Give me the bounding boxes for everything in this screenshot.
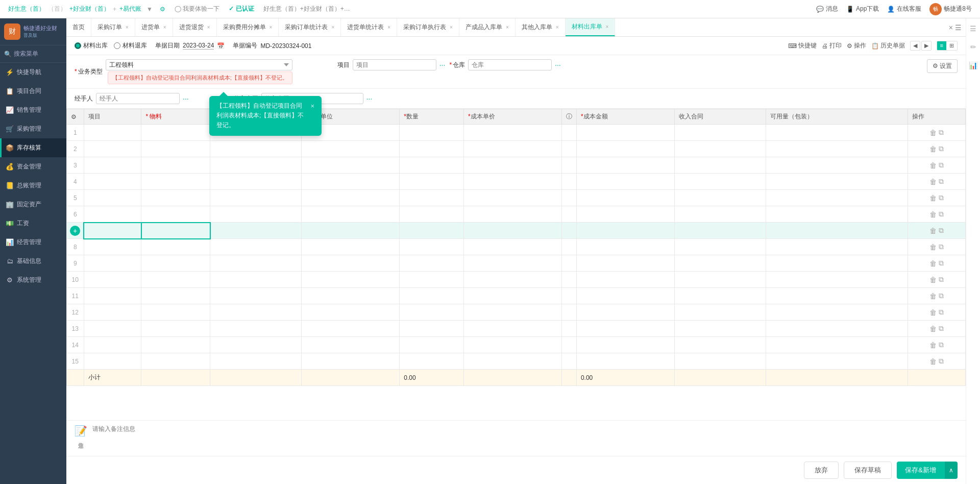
cell-qty-1[interactable] <box>400 125 464 141</box>
msg-btn[interactable]: 💬 消息 <box>816 5 838 13</box>
delete-icon-9[interactable]: 🗑 <box>929 259 937 268</box>
view-grid-btn[interactable]: ⊞ <box>946 41 957 50</box>
top-app-yidaizhang[interactable]: +易代账 <box>119 5 141 13</box>
copy-icon-5[interactable]: ⧉ <box>939 193 944 202</box>
delete-icon-14[interactable]: 🗑 <box>929 341 937 349</box>
delete-icon-15[interactable]: 🗑 <box>929 357 937 366</box>
delete-icon-6[interactable]: 🗑 <box>929 210 937 219</box>
copy-icon-1[interactable]: ⧉ <box>939 128 944 137</box>
sidebar-search-btn[interactable]: 🔍 搜索菜单 <box>0 45 66 63</box>
tab-product-in[interactable]: 产成品入库单× <box>459 18 516 36</box>
save-draft-btn[interactable]: 保存草稿 <box>844 462 892 479</box>
top-app-haoshengyi[interactable]: 好生意（首） <box>8 5 45 13</box>
prev-btn[interactable]: ◀ <box>910 41 920 51</box>
tab-menu-btn[interactable]: ☰ <box>955 23 962 32</box>
delete-icon-2[interactable]: 🗑 <box>929 145 937 153</box>
tab-in-stat-close[interactable]: × <box>387 25 390 30</box>
more-apps[interactable]: 好生意（首）+好业财（首）+… <box>263 5 350 13</box>
copy-icon-2[interactable]: ⧉ <box>939 144 944 153</box>
biz-type-select[interactable]: 工程领料 <box>106 59 292 70</box>
sidebar-item-assets[interactable]: 🏢 固定资产 <box>0 195 66 214</box>
tab-purchase-order[interactable]: 采购订单× <box>91 18 135 36</box>
sidebar-item-purchase[interactable]: 🛒 采购管理 <box>0 119 66 138</box>
sidebar-item-inventory[interactable]: 📦 库存核算 <box>0 138 66 157</box>
warehouse-input[interactable] <box>468 59 552 70</box>
tab-purchase-stat[interactable]: 采购订单统计表× <box>279 18 341 36</box>
tab-order-exec-close[interactable]: × <box>450 25 453 30</box>
app-dl-btn[interactable]: 📱 App下载 <box>846 5 879 13</box>
tab-home[interactable]: 首页 <box>66 18 91 36</box>
radio-out[interactable]: 材料出库 <box>75 41 108 50</box>
tab-purchase-return[interactable]: 进货退货× <box>173 18 217 36</box>
sidebar-item-salary[interactable]: 💵 工资 <box>0 214 66 233</box>
rs-icon-2[interactable]: ✏ <box>968 41 978 53</box>
delete-icon-8[interactable]: 🗑 <box>929 243 937 251</box>
project-input[interactable] <box>353 59 436 70</box>
project-dots[interactable]: ··· <box>439 61 446 69</box>
delete-icon-7[interactable]: 🗑 <box>929 227 937 235</box>
sidebar-item-quick-nav[interactable]: ⚡ 快捷导航 <box>0 63 66 82</box>
delete-icon-12[interactable]: 🗑 <box>929 308 937 317</box>
quick-key-btn[interactable]: ⌨ 快捷键 <box>788 41 817 50</box>
print-btn[interactable]: 🖨 打印 <box>822 41 842 50</box>
settings-btn[interactable]: ⚙ 设置 <box>927 59 958 73</box>
delete-icon-11[interactable]: 🗑 <box>929 292 937 300</box>
add-row-btn[interactable]: + <box>70 226 80 236</box>
copy-icon-6[interactable]: ⧉ <box>939 210 944 219</box>
save-new-arrow-btn[interactable]: ∧ <box>944 462 958 479</box>
tab-purchase-fee[interactable]: 采购费用分摊单× <box>217 18 279 36</box>
copy-icon-3[interactable]: ⧉ <box>939 161 944 170</box>
sidebar-item-accounting[interactable]: 📒 总账管理 <box>0 176 66 195</box>
cell-project-1[interactable] <box>84 125 141 141</box>
tab-purchase-order-close[interactable]: × <box>126 25 129 30</box>
rs-icon-1[interactable]: ☰ <box>968 22 978 35</box>
tab-other-in-close[interactable]: × <box>556 25 559 30</box>
tab-purchase-in[interactable]: 进货单× <box>135 18 173 36</box>
delete-icon-5[interactable]: 🗑 <box>929 194 937 202</box>
tab-other-in[interactable]: 其他入库单× <box>516 18 566 36</box>
try-label[interactable]: ◯ 我要体验一下 <box>175 5 219 13</box>
tab-in-stat[interactable]: 进货单统计表× <box>341 18 397 36</box>
note-textarea[interactable] <box>92 425 958 450</box>
close-tab-btn[interactable]: × <box>949 23 953 32</box>
radio-return-input[interactable] <box>114 42 120 49</box>
delete-icon-1[interactable]: 🗑 <box>929 129 937 137</box>
copy-icon-15[interactable]: ⧉ <box>939 357 944 366</box>
tab-order-exec[interactable]: 采购订单执行表× <box>397 18 459 36</box>
date-value[interactable]: 2023-03-24 <box>183 42 214 50</box>
tab-product-in-close[interactable]: × <box>506 25 509 30</box>
copy-icon-14[interactable]: ⧉ <box>939 341 944 349</box>
delete-icon-13[interactable]: 🗑 <box>929 325 937 333</box>
view-list-btn[interactable]: ≡ <box>937 41 946 50</box>
copy-icon-9[interactable]: ⧉ <box>939 259 944 268</box>
warehouse-dots[interactable]: ··· <box>555 61 561 69</box>
copy-icon-8[interactable]: ⧉ <box>939 243 944 251</box>
copy-icon-13[interactable]: ⧉ <box>939 324 944 333</box>
user-avatar-btn[interactable]: 畅 畅捷通8号 <box>929 3 972 15</box>
top-app-haoyecai[interactable]: +好业财（首） <box>69 5 110 13</box>
tab-purchase-fee-close[interactable]: × <box>270 25 273 30</box>
history-btn[interactable]: 📋 历史单据 <box>871 41 905 50</box>
delete-icon-3[interactable]: 🗑 <box>929 161 937 170</box>
cell-cost-price-1[interactable] <box>464 125 562 141</box>
top-apps-dropdown[interactable]: ▼ <box>146 6 153 13</box>
income-contract-dots[interactable]: ··· <box>366 94 373 103</box>
handler-dots[interactable]: ··· <box>183 94 189 103</box>
delete-icon-4[interactable]: 🗑 <box>929 178 937 186</box>
tab-purchase-stat-close[interactable]: × <box>331 25 334 30</box>
sidebar-item-finance[interactable]: 💰 资金管理 <box>0 157 66 176</box>
copy-icon-12[interactable]: ⧉ <box>939 308 944 317</box>
next-btn[interactable]: ▶ <box>921 41 932 51</box>
calendar-icon[interactable]: 📅 <box>217 42 225 50</box>
settings-gear[interactable]: ⚙ <box>160 6 165 13</box>
tab-purchase-return-close[interactable]: × <box>207 25 210 30</box>
sidebar-item-system[interactable]: ⚙ 系统管理 <box>0 271 66 289</box>
cell-material-1[interactable] <box>141 125 210 141</box>
col-header-settings[interactable]: ⚙ <box>67 109 84 125</box>
handler-input[interactable] <box>96 93 180 104</box>
copy-icon-10[interactable]: ⧉ <box>939 275 944 284</box>
tab-material-out-close[interactable]: × <box>606 24 609 30</box>
tooltip-close[interactable]: × <box>310 101 314 112</box>
copy-icon-7[interactable]: ⧉ <box>939 226 944 235</box>
sidebar-item-operation[interactable]: 📊 经营管理 <box>0 233 66 252</box>
